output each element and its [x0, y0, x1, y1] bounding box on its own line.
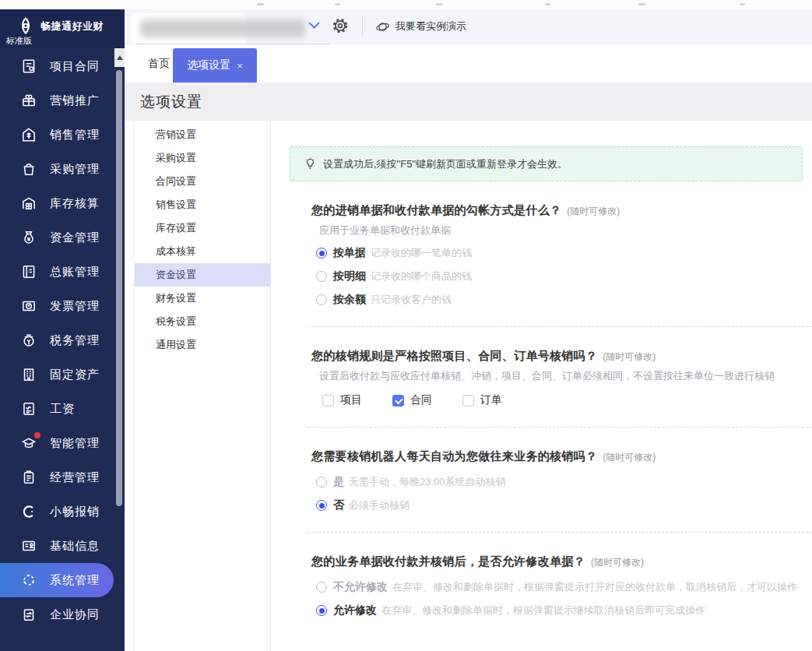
- radio-option[interactable]: 允许修改在弃审、修改和删除单据时，根据弹窗提示继续取消核销后即可完成操作: [316, 603, 812, 618]
- option-label: 订单: [480, 393, 502, 407]
- radio-checked-icon[interactable]: [316, 248, 327, 259]
- sidebar-item-basic-info[interactable]: 基础信息: [0, 529, 114, 563]
- option-label: 按明细: [333, 269, 366, 283]
- sidebar-item-enterprise-collab[interactable]: 企业协同: [0, 597, 114, 632]
- sync-icon: [20, 572, 37, 589]
- radio-option[interactable]: 是无需手动，每晚23:00系统自动核销: [316, 474, 812, 490]
- settings-nav: 营销设置采购设置合同设置销售设置库存设置成本核算资金设置财务设置税务设置通用设置: [134, 121, 271, 651]
- settings-nav-sales[interactable]: 销售设置: [135, 193, 270, 216]
- settings-nav-general[interactable]: 通用设置: [135, 333, 270, 357]
- scrollbar-thumb[interactable]: [116, 70, 122, 506]
- radio-option[interactable]: 按单据记录收的哪一笔单的钱: [316, 245, 812, 261]
- question-title-row: 您的进销单据和收付款单据的勾帐方式是什么？(随时可修改): [311, 203, 812, 220]
- sidebar-item-label: 销售管理: [50, 128, 100, 143]
- tab-options-settings[interactable]: 选项设置 ×: [173, 48, 257, 83]
- question-title: 您的核销规则是严格按照项目、合同、订单号核销吗？: [311, 349, 597, 364]
- gift-icon: [20, 92, 37, 109]
- demo-planet-icon: [375, 19, 390, 34]
- sidebar-item-general-ledger[interactable]: 总账管理: [0, 255, 114, 289]
- settings-nav-cost[interactable]: 成本核算: [135, 240, 270, 263]
- question-subtitle: 设置后收付款与应收应付单核销、冲销，项目、合同、订单必须相同，不设置按往来单位一…: [319, 369, 812, 383]
- sidebar-item-smart-management[interactable]: 智能管理: [0, 426, 114, 460]
- radio-option[interactable]: 否必须手动核销: [316, 498, 812, 513]
- radio-unchecked-icon[interactable]: [316, 294, 327, 305]
- radio-checked-icon[interactable]: [316, 500, 327, 511]
- notice-banner: 设置成功后,须按"F5"键刷新页面或重新登录才会生效。: [290, 146, 803, 181]
- checkbox-option[interactable]: 项目: [316, 393, 386, 407]
- checkbox-unchecked-icon[interactable]: [462, 395, 474, 406]
- wage-icon: [20, 400, 37, 417]
- sidebar-item-label: 企业协同: [50, 607, 100, 622]
- sidebar-item-funds[interactable]: 资金管理: [0, 220, 114, 255]
- radio-unchecked-icon[interactable]: [316, 582, 327, 593]
- settings-nav-marketing[interactable]: 营销设置: [135, 123, 270, 146]
- sidebar-item-inventory[interactable]: 库存核算: [0, 186, 114, 220]
- question-title: 您需要核销机器人每天自动为您做往来业务的核销吗？: [311, 449, 597, 464]
- bag-icon: [20, 160, 37, 178]
- notice-banner-text: 设置成功后,须按"F5"键刷新页面或重新登录才会生效。: [323, 157, 568, 171]
- sidebar-item-sales[interactable]: 销售管理: [0, 118, 114, 152]
- tax-icon: [20, 332, 37, 349]
- brand-name: 畅捷通好业财: [40, 19, 104, 33]
- settings-nav-finance[interactable]: 财务设置: [135, 287, 270, 310]
- settings-nav-inventory[interactable]: 库存设置: [135, 216, 270, 240]
- sidebar-item-label: 智能管理: [50, 436, 100, 451]
- radio-unchecked-icon[interactable]: [316, 477, 327, 487]
- question-title-row: 您的核销规则是严格按照项目、合同、订单号核销吗？(随时可修改): [311, 349, 812, 366]
- settings-nav-tax[interactable]: 税务设置: [135, 310, 270, 333]
- question-hint: (随时可修改): [603, 350, 656, 364]
- chevron-down-icon[interactable]: [308, 22, 320, 30]
- page-header: 选项设置: [125, 83, 812, 121]
- tab-label: 选项设置: [187, 58, 230, 72]
- edition-label: 标准版: [6, 35, 32, 47]
- option-label: 项目: [340, 393, 362, 407]
- account-name-redacted[interactable]: [140, 19, 305, 37]
- sidebar-item-tax[interactable]: 税务管理: [0, 323, 114, 357]
- warehouse-icon: [20, 195, 37, 212]
- radio-option[interactable]: 不允许修改在弃审、修改和删除单据时，根据弹窗提示打开对应的收付款单，取消核销后，…: [316, 579, 812, 595]
- sidebar-item-fixed-assets[interactable]: 固定资产: [0, 357, 114, 392]
- sidebar-item-label: 税务管理: [50, 333, 100, 348]
- question-title: 您的进销单据和收付款单据的勾帐方式是什么？: [311, 203, 561, 218]
- top-bar: 我要看实例演示: [125, 9, 812, 44]
- option-description: 记录收的哪一笔单的钱: [371, 246, 472, 260]
- sidebar-item-label: 经营管理: [50, 470, 100, 485]
- topbar-divider: [362, 16, 363, 37]
- sidebar-item-label: 系统管理: [50, 573, 100, 588]
- radio-option[interactable]: 按明细记录收的哪个商品的钱: [316, 269, 812, 284]
- option-label: 按余额: [333, 293, 366, 307]
- radio-option[interactable]: 按余额只记录收客户的钱: [316, 292, 812, 308]
- radio-checked-icon[interactable]: [316, 605, 327, 616]
- checkbox-option[interactable]: 订单: [456, 393, 526, 407]
- settings-nav-funds[interactable]: 资金设置: [135, 263, 270, 287]
- scroll-up-button[interactable]: [114, 48, 125, 67]
- radio-unchecked-icon[interactable]: [316, 271, 327, 282]
- checkbox-unchecked-icon[interactable]: [322, 395, 334, 406]
- checkbox-checked-icon[interactable]: [392, 395, 404, 406]
- option-label: 是: [333, 475, 344, 489]
- option-description: 在弃审、修改和删除单据时，根据弹窗提示继续取消核销后即可完成操作: [381, 603, 705, 618]
- building-icon: [20, 366, 37, 383]
- sidebar-item-marketing[interactable]: 营销推广: [0, 83, 114, 118]
- sidebar-item-system-management[interactable]: 系统管理: [0, 563, 114, 597]
- question-hint: (随时可修改): [603, 451, 656, 464]
- close-icon[interactable]: ×: [237, 60, 243, 72]
- invoice-icon: [20, 297, 37, 315]
- sidebar-item-purchase[interactable]: 采购管理: [0, 152, 114, 186]
- settings-nav-purchase[interactable]: 采购设置: [135, 146, 270, 170]
- settings-nav-contract[interactable]: 合同设置: [135, 170, 270, 193]
- sidebar-item-invoice[interactable]: 发票管理: [0, 289, 114, 323]
- body-area: 营销设置采购设置合同设置销售设置库存设置成本核算资金设置财务设置税务设置通用设置…: [125, 121, 812, 651]
- settings-content: 设置成功后,须按"F5"键刷新页面或重新登录才会生效。 您的进销单据和收付款单据…: [271, 121, 812, 651]
- sidebar-item-operations[interactable]: 经营管理: [0, 460, 114, 494]
- logo-block: 畅捷通好业财 标准版: [0, 9, 125, 48]
- sidebar-scrollbar: [114, 48, 125, 651]
- gear-icon[interactable]: [332, 17, 349, 34]
- sidebar-item-label: 营销推广: [50, 93, 100, 108]
- checkbox-option[interactable]: 合同: [386, 393, 456, 407]
- demo-link[interactable]: 我要看实例演示: [375, 18, 466, 35]
- sidebar-item-project-contract[interactable]: 项目合同: [0, 49, 114, 83]
- sidebar-item-expense[interactable]: 小畅报销: [0, 494, 114, 529]
- question-list: 您的进销单据和收付款单据的勾帐方式是什么？(随时可修改)应用于业务单据和收付款单…: [271, 203, 812, 618]
- sidebar-item-payroll[interactable]: 工资: [0, 392, 114, 426]
